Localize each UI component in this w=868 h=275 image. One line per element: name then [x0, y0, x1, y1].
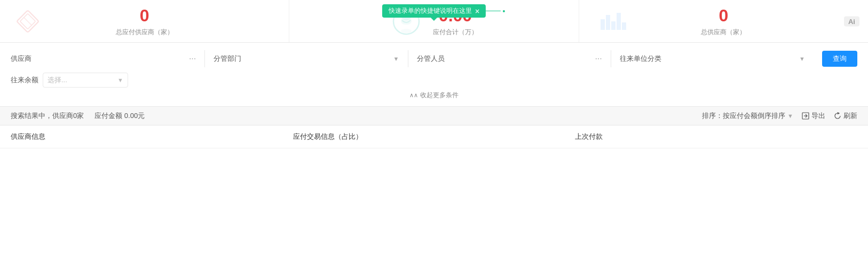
balance-placeholder: 选择...	[48, 75, 67, 85]
payable-total-label: 应付合计（万）	[433, 28, 478, 37]
results-bar: 搜索结果中，供应商0家 应付金额 0.00元 排序：按应付会额倒序排序 ▼ 导出…	[0, 107, 868, 125]
table-col-2: 应付交易信息（占比）	[293, 132, 575, 142]
table-col-1: 供应商信息	[11, 132, 293, 142]
department-filter: 分管部门 ▼	[205, 50, 408, 67]
supplier-input[interactable]	[36, 55, 187, 63]
department-input[interactable]	[246, 55, 391, 63]
stats-bar: 0 总应付供应商（家） 快速录单的快捷键说明在这里 ×	[0, 0, 868, 43]
payable-suppliers-number: 0	[140, 5, 149, 26]
balance-select[interactable]: 选择... ▼	[43, 73, 128, 88]
stat-payable-suppliers: 0 总应付供应商（家）	[0, 0, 289, 42]
collapse-row: ∧∧ 收起更多条件	[11, 88, 857, 101]
category-dropdown-icon[interactable]: ▼	[799, 56, 805, 62]
category-input[interactable]	[666, 55, 797, 63]
tooltip-bubble[interactable]: 快速录单的快捷键说明在这里 ×	[382, 4, 486, 18]
department-label: 分管部门	[214, 54, 241, 64]
payable-suppliers-label: 总应付供应商（家）	[116, 28, 173, 37]
manager-filter: 分管人员 ···	[408, 50, 611, 67]
filter-row-1: 供应商 ··· 分管部门 ▼ 分管人员 ··· 往来单位分类 ▼ 查询	[11, 50, 857, 67]
table-header: 供应商信息 应付交易信息（占比） 上次付款	[0, 125, 868, 148]
category-label: 往来单位分类	[620, 54, 661, 64]
balance-label: 往来余额	[11, 75, 38, 85]
total-suppliers-number: 0	[719, 5, 728, 26]
supplier-label: 供应商	[11, 54, 31, 64]
tooltip-text: 快速录单的快捷键说明在这里	[389, 6, 472, 15]
filter-row-2: 往来余额 选择... ▼	[11, 73, 857, 88]
manager-label: 分管人员	[417, 54, 445, 64]
table-body	[0, 148, 868, 275]
manager-input[interactable]	[449, 55, 593, 63]
sort-arrow-icon: ▼	[787, 113, 793, 119]
results-info: 搜索结果中，供应商0家 应付金额 0.00元	[11, 111, 145, 121]
building-icon	[601, 13, 626, 30]
stat-total-suppliers: 0 总供应商（家） Ai	[579, 0, 868, 42]
refresh-icon	[834, 112, 841, 120]
svg-line-2	[24, 17, 32, 25]
results-suppliers-info: 搜索结果中，供应商0家	[11, 111, 84, 121]
results-amount-info: 应付金额 0.00元	[94, 111, 145, 121]
svg-point-8	[401, 29, 412, 33]
balance-arrow-icon: ▼	[117, 77, 123, 83]
search-bar: 供应商 ··· 分管部门 ▼ 分管人员 ··· 往来单位分类 ▼ 查询 往来余额…	[0, 43, 868, 107]
ai-badge[interactable]: Ai	[844, 16, 859, 26]
export-button[interactable]: 导出	[802, 111, 825, 121]
collapse-label: 收起更多条件	[420, 91, 459, 100]
sort-select[interactable]: 排序：按应付会额倒序排序 ▼	[702, 111, 793, 121]
results-actions: 排序：按应付会额倒序排序 ▼ 导出 刷新	[702, 111, 857, 121]
refresh-button[interactable]: 刷新	[834, 111, 857, 121]
sort-label: 排序：按应付会额倒序排序	[702, 111, 785, 121]
svg-rect-7	[401, 17, 412, 25]
supplier-more-icon[interactable]: ···	[189, 54, 196, 64]
export-icon	[802, 112, 809, 120]
collapse-button[interactable]: ∧∧ 收起更多条件	[409, 91, 459, 100]
supplier-filter: 供应商 ···	[11, 50, 205, 67]
query-button[interactable]: 查询	[822, 51, 857, 67]
collapse-up-icon: ∧∧	[409, 92, 418, 99]
manager-more-icon[interactable]: ···	[595, 54, 602, 64]
refresh-label: 刷新	[843, 111, 857, 121]
diamond-icon	[16, 10, 40, 33]
export-label: 导出	[811, 111, 825, 121]
department-dropdown-icon[interactable]: ▼	[393, 56, 399, 62]
category-filter: 往来单位分类 ▼	[611, 50, 814, 67]
table-col-3: 上次付款	[575, 132, 857, 142]
total-suppliers-label: 总供应商（家）	[701, 28, 746, 37]
stat-payable-total: 快速录单的快捷键说明在这里 × 0.00 应付合计（万）	[289, 0, 579, 42]
tooltip-close-button[interactable]: ×	[475, 7, 479, 15]
